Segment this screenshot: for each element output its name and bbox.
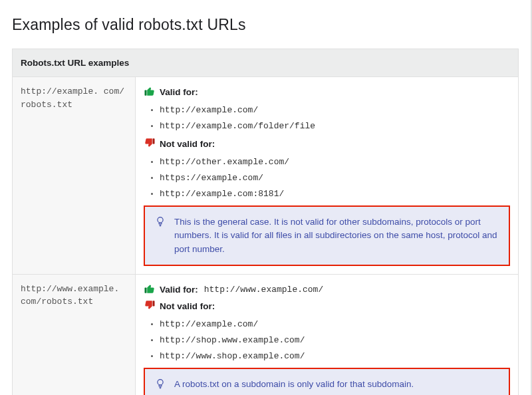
tip-text: This is the general case. It is not vali… (174, 215, 499, 256)
details-cell: Valid for: http://www.example.com/ Not v… (136, 274, 519, 395)
valid-list: http://example.com/ http://example.com/f… (144, 105, 510, 131)
list-item: http://example.com/ (160, 319, 510, 329)
list-item: http://other.example.com/ (160, 157, 510, 167)
page-title: Examples of valid robots.txt URLs (12, 16, 519, 34)
robots-url-cell: http://example. com/robots.txt (13, 77, 136, 275)
list-item: http://example.com/ (160, 105, 510, 115)
notvalid-label: Not valid for: (160, 301, 215, 311)
notvalid-label: Not valid for: (160, 139, 215, 149)
lightbulb-icon (154, 215, 166, 229)
list-item: http://example.com/folder/file (160, 121, 510, 131)
svg-rect-6 (153, 301, 155, 306)
thumb-down-icon (144, 299, 156, 313)
list-item: https://example.com/ (160, 173, 510, 183)
details-cell: Valid for: http://example.com/ http://ex… (136, 77, 519, 275)
notvalid-for-line: Not valid for: (144, 299, 510, 313)
tip-callout: A robots.txt on a subdomain is only vali… (144, 368, 510, 395)
list-item: http://shop.www.example.com/ (160, 335, 510, 345)
lightbulb-icon (154, 378, 166, 392)
tip-text: A robots.txt on a subdomain is only vali… (174, 378, 414, 391)
thumb-up-icon (144, 85, 156, 99)
svg-rect-1 (153, 138, 155, 144)
tip-callout: This is the general case. It is not vali… (144, 205, 510, 266)
valid-inline-url: http://www.example.com/ (204, 285, 323, 295)
svg-rect-5 (145, 287, 147, 293)
table-row: http://example. com/robots.txt Valid for… (13, 77, 519, 275)
notvalid-list: http://example.com/ http://shop.www.exam… (144, 319, 510, 361)
valid-for-line: Valid for: (144, 85, 510, 99)
valid-for-line: Valid for: http://www.example.com/ (144, 283, 510, 297)
list-item: http://example.com:8181/ (160, 189, 510, 199)
svg-rect-0 (145, 90, 147, 96)
examples-table: Robots.txt URL examples http://example. … (12, 49, 519, 395)
thumb-up-icon (144, 283, 156, 297)
notvalid-list: http://other.example.com/ https://exampl… (144, 157, 510, 199)
robots-url-cell: http://www.example. com/robots.txt (13, 274, 136, 395)
svg-point-7 (158, 379, 163, 384)
table-header: Robots.txt URL examples (13, 49, 519, 77)
thumb-down-icon (144, 137, 156, 151)
svg-point-2 (158, 217, 163, 223)
notvalid-for-line: Not valid for: (144, 137, 510, 151)
list-item: http://www.shop.example.com/ (160, 351, 510, 361)
valid-label: Valid for: (160, 285, 198, 295)
valid-label: Valid for: (160, 87, 198, 97)
table-row: http://www.example. com/robots.txt Valid… (13, 274, 519, 395)
